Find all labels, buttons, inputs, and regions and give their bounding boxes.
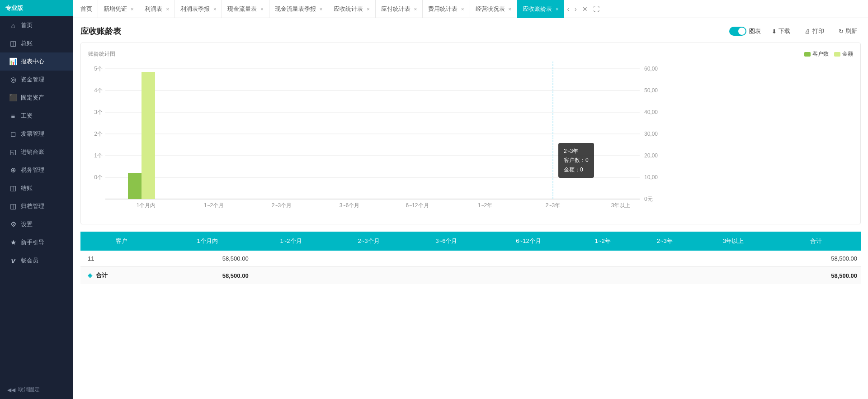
tab-profit-quarterly[interactable]: 利润表季报 × <box>175 0 222 18</box>
tab-close-business-status[interactable]: × <box>509 6 511 12</box>
page-header: 应收账龄表 图表 ⬇ 下载 🖨 打印 ↻ 刷新 <box>80 25 861 37</box>
tab-cashflow-quarterly[interactable]: 现金流量表季报 × <box>269 0 328 18</box>
tax-icon: ⊕ <box>9 166 17 174</box>
refresh-icon: ↻ <box>839 28 844 35</box>
svg-text:2~3年: 2~3年 <box>546 202 560 209</box>
sidebar-item-reports[interactable]: 📊 报表中心 <box>0 52 73 71</box>
table-footer-row: ◈ 合计 58,500.00 58,500.00 <box>80 267 861 285</box>
sidebar-item-home[interactable]: ⌂ 首页 <box>0 16 73 34</box>
print-button[interactable]: 🖨 打印 <box>801 25 828 37</box>
tab-ar-aging[interactable]: 应收账龄表 × <box>517 0 564 18</box>
tab-prev-button[interactable]: ‹ <box>564 4 572 14</box>
legend-customer: 客户数 <box>804 50 829 58</box>
sidebar-item-member[interactable]: V 畅会员 <box>0 252 73 270</box>
svg-text:6~12个月: 6~12个月 <box>406 202 429 209</box>
tab-close-cashflow[interactable]: × <box>260 6 263 12</box>
pin-icon: ◀◀ <box>7 387 15 393</box>
bar-m1-customer <box>128 173 142 199</box>
sidebar-item-salary[interactable]: ≡ 工资 <box>0 107 73 125</box>
tab-close-expense-stats[interactable]: × <box>461 6 464 12</box>
sidebar-item-settings[interactable]: ⚙ 设置 <box>0 215 73 233</box>
svg-text:3年以上: 3年以上 <box>611 202 631 209</box>
svg-text:2~3个月: 2~3个月 <box>272 202 292 209</box>
footer-m36 <box>407 267 485 285</box>
chart-toggle-label: 图表 <box>749 27 761 35</box>
svg-text:1个月内: 1个月内 <box>137 202 156 209</box>
chart-area: 账龄统计图 客户数 金额 5个 4个 3个 2个 1个 <box>80 43 861 224</box>
funds-icon: ◎ <box>9 76 17 84</box>
col-y3plus: 3年以上 <box>696 232 771 251</box>
closing-icon: ◫ <box>9 184 17 192</box>
cell-customer: 11 <box>80 251 162 267</box>
legend-customer-color <box>804 52 811 57</box>
tab-next-button[interactable]: › <box>572 4 580 14</box>
footer-label: ◈ 合计 <box>80 267 162 285</box>
main-area: 首页 新增凭证 × 利润表 × 利润表季报 × 现金流量表 × 现金流量表季报 … <box>73 0 868 399</box>
chart-svg-wrap: 5个 4个 3个 2个 1个 0个 60,000.00元 50,000.00元 … <box>88 62 853 217</box>
cell-total: 58,500.00 <box>771 251 861 267</box>
cell-m1: 58,500.00 <box>162 251 252 267</box>
tab-close-profit[interactable]: × <box>166 6 169 12</box>
tab-close-new-voucher[interactable]: × <box>131 6 133 12</box>
sidebar-item-ledger[interactable]: ◫ 总账 <box>0 34 73 52</box>
tab-new-voucher[interactable]: 新增凭证 × <box>98 0 139 18</box>
tab-ap-stats[interactable]: 应付统计表 × <box>376 0 423 18</box>
purchase-sales-icon: ◱ <box>9 148 17 156</box>
tab-close-cashflow-quarterly[interactable]: × <box>320 6 322 12</box>
col-m612: 6~12个月 <box>485 232 571 251</box>
col-customer: 客户 <box>80 232 162 251</box>
footer-y3plus <box>696 267 771 285</box>
svg-text:3~6个月: 3~6个月 <box>340 202 359 209</box>
sidebar-item-closing[interactable]: ◫ 结账 <box>0 179 73 197</box>
svg-text:1个: 1个 <box>94 152 103 159</box>
ledger-icon: ◫ <box>9 39 17 48</box>
tab-home[interactable]: 首页 <box>75 0 98 18</box>
fixed-assets-icon: ⬛ <box>9 94 17 102</box>
svg-text:0元: 0元 <box>644 196 653 202</box>
sidebar-item-guide[interactable]: ★ 新手引导 <box>0 233 73 252</box>
tab-close-ar-aging[interactable]: × <box>556 6 558 12</box>
tab-business-status[interactable]: 经营状况表 × <box>470 0 517 18</box>
guide-icon: ★ <box>9 238 17 247</box>
sidebar-pin-toggle[interactable]: ◀◀ 取消固定 <box>0 380 73 399</box>
cell-m12 <box>252 251 330 267</box>
tab-expense-stats[interactable]: 费用统计表 × <box>423 0 470 18</box>
svg-text:1~2年: 1~2年 <box>478 202 492 209</box>
tab-ar-stats[interactable]: 应收统计表 × <box>328 0 375 18</box>
sidebar-item-archive[interactable]: ◫ 归档管理 <box>0 197 73 215</box>
legend-customer-label: 客户数 <box>812 50 829 58</box>
bar-m1-amount <box>142 72 155 199</box>
svg-text:1~2个月: 1~2个月 <box>204 202 224 209</box>
sidebar-item-funds[interactable]: ◎ 资金管理 <box>0 71 73 89</box>
tab-bar: 首页 新增凭证 × 利润表 × 利润表季报 × 现金流量表 × 现金流量表季报 … <box>73 0 868 18</box>
tab-close-ar-stats[interactable]: × <box>367 6 369 12</box>
tab-profit[interactable]: 利润表 × <box>139 0 175 18</box>
svg-text:20,000.00元: 20,000.00元 <box>644 152 658 159</box>
footer-m23 <box>330 267 408 285</box>
sidebar-item-invoice[interactable]: ◻ 发票管理 <box>0 125 73 143</box>
sidebar-item-tax[interactable]: ⊕ 税务管理 <box>0 161 73 179</box>
sidebar-item-fixed-assets[interactable]: ⬛ 固定资产 <box>0 89 73 107</box>
refresh-button[interactable]: ↻ 刷新 <box>835 25 861 37</box>
cell-m36 <box>407 251 485 267</box>
tab-close-all-button[interactable]: ✕ <box>580 4 590 14</box>
settings-icon: ⚙ <box>9 220 17 228</box>
tab-cashflow[interactable]: 现金流量表 × <box>222 0 269 18</box>
download-button[interactable]: ⬇ 下载 <box>768 25 794 37</box>
home-icon: ⌂ <box>9 22 17 29</box>
tab-close-ap-stats[interactable]: × <box>414 6 417 12</box>
chart-toggle-wrap: 图表 <box>729 27 761 36</box>
sidebar: 专业版 ⌂ 首页 ◫ 总账 📊 报表中心 ◎ 资金管理 ⬛ 固定资产 ≡ 工资 … <box>0 0 73 399</box>
chart-legend: 客户数 金额 <box>804 50 853 58</box>
svg-text:0个: 0个 <box>94 174 103 180</box>
svg-text:10,000.00元: 10,000.00元 <box>644 174 658 180</box>
col-m1: 1个月内 <box>162 232 252 251</box>
tab-fullscreen-button[interactable]: ⛶ <box>590 4 602 14</box>
table-header-row: 客户 1个月内 1~2个月 2~3个月 3~6个月 6~12个月 1~2年 2~… <box>80 232 861 251</box>
member-icon: V <box>9 257 17 265</box>
data-table: 客户 1个月内 1~2个月 2~3个月 3~6个月 6~12个月 1~2年 2~… <box>80 232 861 284</box>
sidebar-item-purchase-sales[interactable]: ◱ 进销台账 <box>0 143 73 161</box>
chart-toggle[interactable] <box>729 27 746 36</box>
tab-close-profit-quarterly[interactable]: × <box>213 6 216 12</box>
reports-icon: 📊 <box>9 57 17 66</box>
